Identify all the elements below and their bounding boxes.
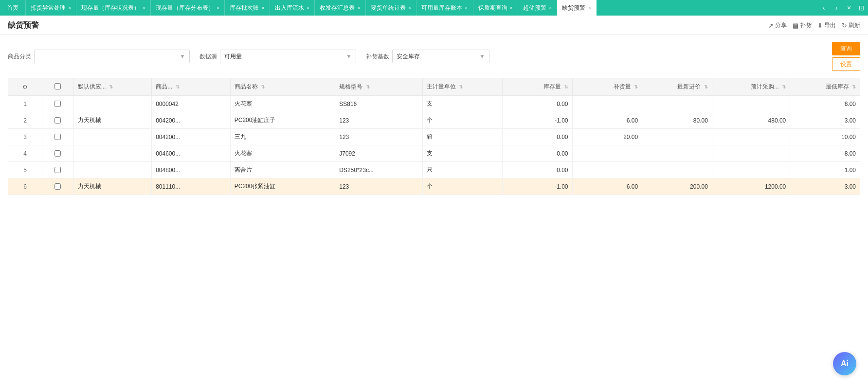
cell-check[interactable] <box>42 162 74 178</box>
tab-label: 库存批次账 <box>230 4 259 12</box>
replenish-base-filter-group: 补货基数 安全库存 ▼ <box>366 50 489 63</box>
spec-sort-icon[interactable]: ⇅ <box>366 84 370 89</box>
row-checkbox[interactable] <box>54 101 61 107</box>
tab-close-icon[interactable]: × <box>465 5 468 11</box>
row-checkbox[interactable] <box>54 134 61 140</box>
table-row[interactable]: 5 004800... 离合片 DS250*23c... 只 0.00 1.00 <box>8 162 860 178</box>
tab-label: 可用量库存账本 <box>421 4 462 12</box>
tab-close-icon[interactable]: × <box>510 5 513 11</box>
tab-prev-btn[interactable]: ‹ <box>817 0 830 16</box>
cell-unit: 支 <box>422 96 502 112</box>
tab-batch-account[interactable]: 库存批次账× <box>225 0 270 16</box>
row-checkbox[interactable] <box>54 167 61 173</box>
refresh-button[interactable]: ↻ 刷新 <box>842 21 860 30</box>
cell-check[interactable] <box>42 96 74 112</box>
tab-close-icon[interactable]: × <box>357 5 360 11</box>
tab-label: 缺货预警 <box>562 4 585 12</box>
tab-label: 超储预警 <box>523 4 546 12</box>
share-button[interactable]: ➚ 分享 <box>768 21 787 30</box>
tab-anomaly[interactable]: 拣货异常处理× <box>26 0 76 16</box>
tab-close-btn[interactable]: × <box>843 0 855 16</box>
cell-index: 1 <box>8 96 42 112</box>
cell-supplier <box>73 129 151 145</box>
col-header-settings[interactable]: ⚙ <box>8 78 42 96</box>
tab-expiry[interactable]: 保质期查询× <box>473 0 518 16</box>
replenish-button[interactable]: ▤ 补货 <box>793 21 812 30</box>
tab-available-account[interactable]: 可用量库存账本× <box>416 0 473 16</box>
cell-price: 80.00 <box>642 112 712 129</box>
cell-unit: 支 <box>422 145 502 162</box>
table-row[interactable]: 4 004600... 火花塞 J7092 支 0.00 8.00 <box>8 145 860 162</box>
cell-code: 0000042 <box>152 96 231 112</box>
tab-next-btn[interactable]: › <box>830 0 843 16</box>
tab-close-icon[interactable]: × <box>549 5 552 11</box>
cell-check[interactable] <box>42 112 74 129</box>
plan-sort-icon[interactable]: ⇅ <box>782 84 786 89</box>
tab-fullscreen-btn[interactable]: ⊡ <box>855 0 868 16</box>
tab-stock-status[interactable]: 现存量（库存状况表）× <box>76 0 150 16</box>
cell-supplier: 力天机械 <box>73 178 151 195</box>
col-header-check[interactable] <box>42 78 74 96</box>
settings-gear-icon[interactable]: ⚙ <box>20 82 31 92</box>
tab-receive-summary[interactable]: 收发存汇总表× <box>315 0 365 16</box>
ai-badge[interactable]: Ai <box>833 352 856 375</box>
table-row[interactable]: 2 力天机械 004200... PC200油缸庄子 123 个 -1.00 6… <box>8 112 860 129</box>
filter-actions: 查询 设置 <box>832 42 860 71</box>
cell-price <box>642 96 712 112</box>
cell-replenish: 20.00 <box>572 129 642 145</box>
table-row[interactable]: 6 力天机械 801110... PC200张紧油缸 123 个 -1.00 6… <box>8 178 860 195</box>
tab-close-icon[interactable]: × <box>261 5 264 11</box>
cell-code: 004600... <box>152 145 231 162</box>
export-button[interactable]: ⇓ 导出 <box>817 21 836 30</box>
price-sort-icon[interactable]: ⇅ <box>704 84 708 89</box>
supplier-sort-icon[interactable]: ⇅ <box>109 84 113 89</box>
datasource-select[interactable]: 可用量 ▼ <box>220 50 356 63</box>
cell-check[interactable] <box>42 145 74 162</box>
cell-min-stock: 3.00 <box>790 112 860 129</box>
tab-close-icon[interactable]: × <box>68 5 71 11</box>
tab-close-icon[interactable]: × <box>217 5 219 11</box>
cell-price <box>642 162 712 178</box>
share-label: 分享 <box>775 21 787 30</box>
tab-home[interactable]: 首页 <box>0 0 26 16</box>
tab-nav-buttons: ‹ › × ⊡ <box>817 0 868 16</box>
tab-overstock[interactable]: 超储预警× <box>518 0 557 16</box>
tab-shortage[interactable]: 缺货预警× <box>557 0 596 16</box>
table-row[interactable]: 1 0000042 火花塞 SS816 支 0.00 8.00 <box>8 96 860 112</box>
cell-name: 三九 <box>230 129 335 145</box>
unit-sort-icon[interactable]: ⇅ <box>459 84 463 89</box>
tab-close-icon[interactable]: × <box>408 5 411 11</box>
stock-sort-icon[interactable]: ⇅ <box>564 84 568 89</box>
cell-index: 4 <box>8 145 42 162</box>
tab-stock-dist[interactable]: 现存量（库存分布表）× <box>151 0 225 16</box>
category-label: 商品分类 <box>8 53 31 61</box>
col-header-spec: 规格型号 ⇅ <box>335 78 423 96</box>
replenish-base-select[interactable]: 安全库存 ▼ <box>392 50 489 63</box>
tab-close-icon[interactable]: × <box>142 5 145 11</box>
tab-order-stats[interactable]: 要货单统计表× <box>366 0 416 16</box>
table-row[interactable]: 3 004200... 三九 123 箱 0.00 20.00 10.00 <box>8 129 860 145</box>
cell-check[interactable] <box>42 129 74 145</box>
row-checkbox[interactable] <box>54 150 61 157</box>
tab-close-icon[interactable]: × <box>588 5 591 11</box>
min-stock-sort-icon[interactable]: ⇅ <box>852 84 856 89</box>
settings-button[interactable]: 设置 <box>832 57 860 71</box>
row-checkbox[interactable] <box>54 117 61 123</box>
cell-supplier <box>73 96 151 112</box>
category-select[interactable]: ▼ <box>34 50 190 63</box>
category-filter-group: 商品分类 ▼ <box>8 50 190 63</box>
row-checkbox[interactable] <box>54 183 61 190</box>
select-all-checkbox[interactable] <box>54 83 61 89</box>
cell-spec: J7092 <box>335 145 423 162</box>
name-sort-icon[interactable]: ⇅ <box>261 84 265 89</box>
replenish-sort-icon[interactable]: ⇅ <box>634 84 638 89</box>
tab-label: 拣货异常处理 <box>31 4 66 12</box>
datasource-filter-group: 数据源 可用量 ▼ <box>199 50 356 63</box>
tab-close-icon[interactable]: × <box>307 5 309 11</box>
cell-plan-purchase <box>712 162 790 178</box>
code-sort-icon[interactable]: ⇅ <box>176 84 180 89</box>
query-button[interactable]: 查询 <box>832 42 860 55</box>
cell-check[interactable] <box>42 178 74 195</box>
tab-flow[interactable]: 出入库流水× <box>270 0 315 16</box>
refresh-icon: ↻ <box>842 22 847 29</box>
